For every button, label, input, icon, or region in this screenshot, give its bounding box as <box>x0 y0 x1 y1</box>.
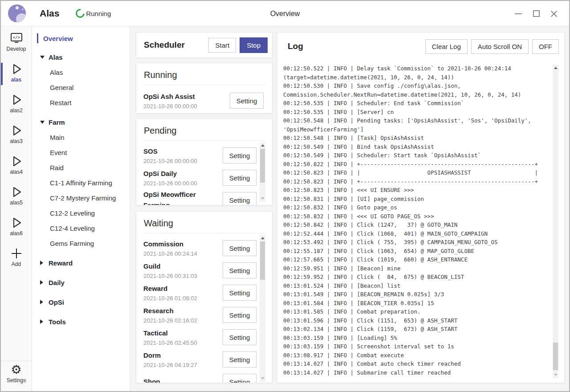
setting-button[interactable]: Setting <box>223 170 256 186</box>
nav-item[interactable]: C7-2 Mystery Farming <box>32 190 130 205</box>
log-line: 00:12:50.535 | INFO | [Server] cn <box>283 108 548 117</box>
nav-item[interactable]: Gems Farming <box>32 236 130 251</box>
nav-item[interactable]: Raid <box>32 160 130 175</box>
task-row: Commission 2021-10-26 00:24:14 Setting <box>143 237 265 259</box>
nav-group[interactable]: OpSi <box>32 294 130 310</box>
log-line: 00:13:02.134 | INFO | Click (1159, 673) … <box>283 325 548 334</box>
triangle-right-icon <box>40 319 43 324</box>
app-logo <box>8 4 26 22</box>
task-info: Shop <box>143 376 217 383</box>
setting-button[interactable]: Setting <box>223 240 256 256</box>
nav-group[interactable]: Reward <box>32 255 130 270</box>
stop-button[interactable]: Stop <box>240 37 268 53</box>
rail-label: alas4 <box>10 169 23 175</box>
log-scrollbar[interactable] <box>553 65 558 378</box>
setting-button[interactable]: Setting <box>223 351 256 368</box>
log-line: 00:13:01.524 | INFO | [Beacon] list <box>283 282 548 290</box>
task-name: Guild <box>143 261 217 272</box>
log-line: 00:13:03.159 | INFO | Screenshot interva… <box>283 342 548 351</box>
scroll-up-icon[interactable] <box>554 67 558 69</box>
nav-item[interactable]: C12-2 Leveling <box>32 205 130 220</box>
task-next-run-time: 2021-10-26 02:45:50 <box>143 339 217 347</box>
log-line: 00:12:50.832 | INFO | Goto page_os <box>283 203 548 212</box>
nav-item[interactable]: Event <box>32 145 130 160</box>
task-row: OpSi Meowfficer Farming Setting <box>143 189 265 205</box>
setting-button[interactable]: Setting <box>223 285 256 301</box>
rail-label: alas3 <box>10 138 23 144</box>
log-line: 00:12:50.522 | INFO | Delay task `Commis… <box>283 64 548 82</box>
task-info: Reward 2021-10-26 01:08:02 <box>143 283 217 302</box>
task-info: OpSi Daily 2021-10-26 00:00:00 <box>143 168 217 188</box>
nav-item-overview[interactable]: Overview <box>32 32 130 45</box>
triangle-right-icon <box>40 280 43 285</box>
rail-item-alas2[interactable]: alas2 <box>1 93 32 119</box>
scroll-up-icon[interactable] <box>261 237 265 239</box>
clear-log-button[interactable]: Clear Log <box>425 39 468 54</box>
triangle-down-icon <box>40 121 45 124</box>
plus-icon <box>10 246 23 261</box>
log-line: 00:13:14.027 | INFO | Combat auto check … <box>283 359 548 368</box>
nav-group[interactable]: Daily <box>32 275 130 290</box>
log-line: 00:12:57.665 | INFO | Click (1019, 660) … <box>283 255 548 264</box>
waiting-panel: Waiting Commission 2021-10-26 00:24:14 S… <box>136 211 273 383</box>
task-next-run-time: 2021-10-26 00:00:00 <box>143 102 217 110</box>
nav-group[interactable]: Farm <box>32 114 130 130</box>
scroll-down-icon[interactable] <box>554 374 558 376</box>
rail-item-alas6[interactable]: alas6 <box>1 216 32 242</box>
pending-panel: Pending SOS 2021-10-26 00:00:00 Setting … <box>136 118 273 205</box>
log-line: 00:12:59.952 | INFO | Click ( 84, 675) @… <box>283 273 548 282</box>
scrollbar-thumb[interactable] <box>260 241 265 280</box>
nav-item[interactable]: C1-1 Affinity Farming <box>32 175 130 190</box>
setting-button[interactable]: Setting <box>223 192 256 205</box>
rail-item-settings[interactable]: ⚙ Settings <box>1 363 32 388</box>
maximize-button[interactable] <box>527 5 545 23</box>
scheduler-title: Scheduler <box>144 40 208 50</box>
nav-item[interactable]: Restart <box>32 95 130 110</box>
play-icon <box>10 93 23 107</box>
log-line: 00:12:50.548 | INFO | Pending tasks: ['O… <box>283 116 548 134</box>
nav-group[interactable]: Alas <box>32 49 130 65</box>
task-name: Shop <box>143 376 217 383</box>
setting-button[interactable]: Setting <box>223 374 256 383</box>
running-panel: Running OpSi Ash Assist 2021-10-26 00:00… <box>136 63 273 114</box>
pending-scrollbar[interactable] <box>260 142 265 202</box>
rail-item-alas3[interactable]: alas3 <box>1 123 32 150</box>
nav-item[interactable]: Alas <box>32 65 130 80</box>
nav-item[interactable]: Main <box>32 130 130 145</box>
nav-sidebar: Overview Alas Alas General Restart Farm … <box>32 26 130 391</box>
autoscroll-on-button[interactable]: Auto Scroll ON <box>471 39 529 54</box>
left-rail: </> Develop alas alas2 alas3 alas4 alas5 <box>1 26 32 391</box>
rail-item-develop[interactable]: </> Develop <box>1 31 32 57</box>
nav-item[interactable]: C12-4 Leveling <box>32 220 130 236</box>
minimize-button[interactable] <box>509 5 527 23</box>
log-line: 00:13:01.596 | INFO | Click (1151, 653) … <box>283 316 548 325</box>
scroll-down-icon[interactable] <box>261 377 265 380</box>
close-button[interactable] <box>545 5 563 23</box>
setting-button[interactable]: Setting <box>223 147 256 163</box>
scroll-down-icon[interactable] <box>261 197 265 200</box>
gear-icon: ⚙ <box>11 363 21 377</box>
scrollbar-thumb[interactable] <box>260 149 265 183</box>
nav-group-label: Reward <box>49 259 73 267</box>
scrollbar-thumb[interactable] <box>553 343 558 370</box>
nav-item[interactable]: General <box>32 80 130 95</box>
nav-group[interactable]: Tools <box>32 314 130 329</box>
setting-button[interactable]: Setting <box>223 329 256 345</box>
rail-item-alas4[interactable]: alas4 <box>1 154 32 180</box>
log-output[interactable]: 00:12:50.522 | INFO | Delay task `Commis… <box>283 64 548 378</box>
rail-item-add[interactable]: Add <box>1 246 32 273</box>
rail-item-alas[interactable]: alas <box>1 62 32 88</box>
scroll-up-icon[interactable] <box>261 144 265 147</box>
log-line: 00:12:50.530 | INFO | Save config ./conf… <box>283 82 548 99</box>
start-button[interactable]: Start <box>208 38 236 53</box>
log-line: 00:12:55.187 | INFO | Click (1063, 654) … <box>283 247 548 256</box>
setting-button[interactable]: Setting <box>223 262 256 278</box>
rail-item-alas5[interactable]: alas5 <box>1 185 32 211</box>
task-next-run-time: 2021-10-26 01:08:02 <box>143 294 217 302</box>
setting-button[interactable]: Setting <box>230 93 264 109</box>
waiting-scrollbar[interactable] <box>260 235 265 382</box>
setting-button[interactable]: Setting <box>223 307 256 323</box>
log-title: Log <box>288 41 422 51</box>
play-icon <box>10 123 23 138</box>
autoscroll-off-button[interactable]: OFF <box>532 39 559 54</box>
